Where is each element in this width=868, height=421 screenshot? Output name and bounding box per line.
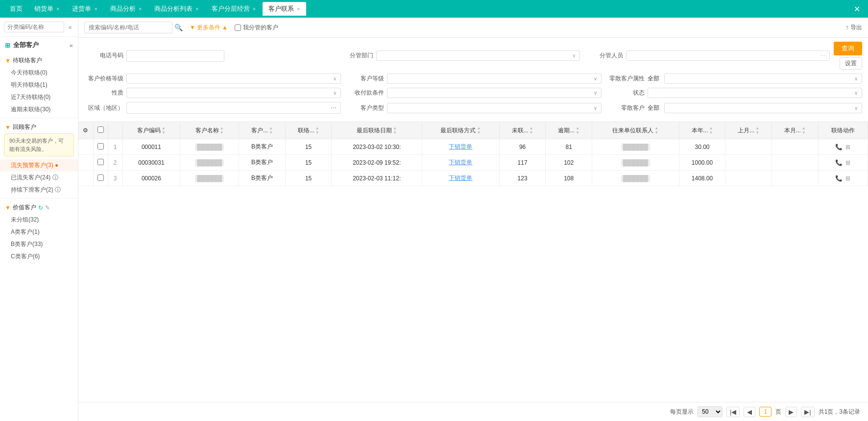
sidebar-item-7days-pending[interactable]: 近7天待联络(0) [0,91,78,103]
manager-select[interactable]: ⋯ [626,50,830,61]
sidebar-item-overdue-contact[interactable]: 逾期未联络(30) [0,103,78,116]
row-checkbox[interactable] [97,159,104,165]
tab-close-customer-stratification[interactable]: × [253,6,256,12]
no-contact-days-cell: 96 [499,139,546,155]
phone-action-icon[interactable]: 📞 [835,144,843,150]
page-size-select[interactable]: 50 100 [698,406,723,417]
sidebar-item-unclassified[interactable]: 未分组(32) [0,214,78,226]
department-select[interactable]: ∨ [376,50,580,61]
th-customer-name[interactable]: 客户名称▲▼ [180,122,239,139]
th-contact-person[interactable]: 往来单位联系人▲▼ [592,122,679,139]
tab-customer-contact[interactable]: 客户联系 × [263,2,306,16]
tab-sales-order[interactable]: 销货单 × [28,2,65,16]
tab-product-analysis[interactable]: 商品分析 × [104,2,147,16]
sidebar-item-tomorrow-pending[interactable]: 明天待联络(1) [0,79,78,91]
tab-close-customer-contact[interactable]: × [297,6,300,12]
phone-input[interactable] [126,50,224,62]
th-this-year[interactable]: 本年...▲▼ [679,122,725,139]
search-icon[interactable]: 🔍 [174,24,183,31]
tab-close-purchase-order[interactable]: × [94,6,97,12]
th-overdue[interactable]: 逾期...▲▼ [546,122,592,139]
payment-select[interactable]: ∨ [387,88,602,98]
action-cell[interactable]: 📞 ⊞ [818,155,868,171]
th-last-contact-method[interactable]: 最后联络方式▲▼ [422,122,500,139]
page-current[interactable]: 1 [759,407,772,417]
th-last-month[interactable]: 上月...▲▼ [725,122,772,139]
page-next-button[interactable]: ▶ [785,407,797,417]
action-cell[interactable]: 📞 ⊞ [818,139,868,155]
th-num [108,122,122,139]
th-last-contact-date[interactable]: 最后联络日期▲▼ [332,122,422,139]
sidebar-all-customers[interactable]: ⊞ 全部客户 « [0,37,78,53]
export-button[interactable]: ↑ 导出 [845,24,862,32]
region-dots-icon[interactable]: ⋯ [331,104,337,111]
more-action-icon[interactable]: ⊞ [845,175,850,182]
my-customers-filter[interactable]: 我分管的客户 [235,24,278,32]
price-level-select[interactable]: ∨ [126,74,341,84]
customer-level-select[interactable]: ∨ [387,74,602,84]
last-contact-method-cell[interactable]: 下销货单 [422,139,500,155]
chevron-down-icon: ▲ [222,24,228,31]
more-action-icon[interactable]: ⊞ [845,144,850,150]
search-input[interactable] [84,22,172,33]
phone-action-icon[interactable]: 📞 [835,159,843,166]
sidebar-group-pending-contact[interactable]: ▼ 待联络客户 [0,53,78,67]
th-contact-count[interactable]: 联络...▲▼ [285,122,332,139]
customer-type-select[interactable]: ∨ [387,103,602,113]
tab-purchase-order[interactable]: 进货单 × [66,2,103,16]
select-all-checkbox[interactable] [97,126,104,133]
retail-attr-select[interactable]: ∨ [664,74,862,84]
tab-close-product-analysis[interactable]: × [139,6,142,12]
th-checkbox[interactable] [93,122,108,139]
row-checkbox[interactable] [97,143,104,149]
my-customers-checkbox[interactable] [235,25,241,31]
th-customer-code[interactable]: 客户编码▲▼ [122,122,180,139]
edit-icon[interactable]: ✎ [45,204,50,211]
tab-customer-stratification[interactable]: 客户分层经营 × [206,2,262,16]
sidebar-search-input[interactable] [4,22,64,32]
th-customer-type[interactable]: 客户...▲▼ [239,122,286,139]
tab-home[interactable]: 首页 [4,4,28,13]
page-prev-button[interactable]: ◀ [744,407,755,417]
sort-icon-no-contact: ▲▼ [530,126,533,135]
retail-customer-select[interactable]: ∨ [664,103,862,113]
row-checkbox[interactable] [97,174,104,181]
gender-select[interactable]: ∨ [126,88,341,98]
action-cell[interactable]: 📞 ⊞ [818,171,868,186]
th-this-month[interactable]: 本月...▲▼ [772,122,818,139]
query-button[interactable]: 查询 [834,42,862,55]
sidebar-item-churn-warning[interactable]: 流失预警客户(3) ● [0,159,78,172]
th-no-contact-days[interactable]: 未联...▲▼ [499,122,546,139]
grid-icon: ⊞ [5,42,10,49]
more-action-icon[interactable]: ⊞ [845,159,850,166]
sidebar-group-value-customers[interactable]: ▼ 价值客户 ↻ ✎ [0,200,78,214]
filter-customer-type-field: 客户类型 ∨ [345,103,602,113]
sidebar-item-class-a[interactable]: A类客户(1) [0,226,78,238]
sidebar-collapse-button[interactable]: « [66,22,74,32]
phone-action-icon[interactable]: 📞 [835,175,843,182]
sidebar-group-review-customers[interactable]: ▼ 回顾客户 [0,120,78,133]
close-app-button[interactable]: ✕ [850,4,864,14]
sidebar-item-today-pending[interactable]: 今天待联络(0) [0,67,78,79]
th-settings[interactable]: ⚙ [78,122,93,139]
sidebar-item-churned[interactable]: 已流失客户(24) ⓘ [0,172,78,184]
last-contact-method-cell[interactable]: 下销货单 [422,171,500,186]
sidebar-item-class-c[interactable]: C类客户(6) [0,250,78,263]
sidebar-item-declining[interactable]: 持续下滑客户(2) ⓘ [0,184,78,196]
refresh-icon[interactable]: ↻ [38,204,43,211]
sort-icon-last-month: ▲▼ [755,126,759,135]
tab-close-sales-order[interactable]: × [56,6,59,12]
page-first-button[interactable]: |◀ [726,407,740,417]
tab-product-analysis-list[interactable]: 商品分析列表 × [148,2,204,16]
settings-button[interactable]: 设置 [840,57,862,70]
manager-chevron-icon: ⋯ [820,53,825,58]
last-contact-date-cell: 2023-02-09 19:52: [332,155,422,171]
page-last-button[interactable]: ▶| [801,407,814,417]
tab-close-product-analysis-list[interactable]: × [195,6,198,12]
sidebar-search-area: « [0,18,78,37]
last-contact-method-cell[interactable]: 下销货单 [422,155,500,171]
sidebar-item-class-b[interactable]: B类客户(33) [0,238,78,250]
more-conditions-button[interactable]: ▼ 更多条件 ▲ [187,24,231,32]
status-select[interactable]: ∨ [648,88,862,98]
region-select[interactable]: ⋯ [126,102,341,114]
